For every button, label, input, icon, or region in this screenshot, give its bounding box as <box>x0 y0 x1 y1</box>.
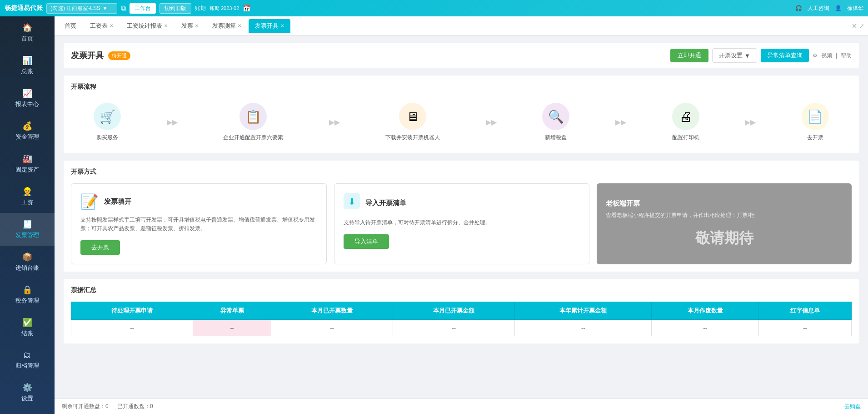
process-step-printer[interactable]: 🖨 配置打印机 <box>672 103 699 141</box>
content-area: 首页 工资表 ✕ 工资统计报表 ✕ 发票 ✕ 发票测算 ✕ 发票开具 ✕ <box>55 16 868 414</box>
assets-icon: 🏭 <box>22 154 32 164</box>
process-section-title: 开票流程 <box>71 83 852 91</box>
page-header-left: 发票开具 待开通 <box>71 50 130 61</box>
page-title: 发票开具 <box>71 50 104 61</box>
page-header: 发票开具 待开通 立即开通 开票设置 ▼ 异常清单查询 ⚙ 视频 | 帮助 <box>64 43 859 68</box>
close-tab-invoice-issue[interactable]: ✕ <box>280 23 284 28</box>
sidebar-item-tax[interactable]: 🔒 税务管理 <box>0 278 55 311</box>
user-name: 徐泽华 <box>847 5 863 12</box>
sidebar-item-in-out[interactable]: 📦 进销台账 <box>0 246 55 278</box>
sidebar-item-settings[interactable]: ⚙️ 设置 <box>0 376 55 409</box>
dropdown-icon: ▼ <box>102 5 108 11</box>
arrow-1: ▶▶ <box>167 118 178 126</box>
tab-bar: 首页 工资表 ✕ 工资统计报表 ✕ 发票 ✕ 发票测算 ✕ 发票开具 ✕ <box>55 16 868 35</box>
report-icon: 📈 <box>22 88 32 98</box>
archive-icon: 🗂 <box>23 350 31 360</box>
resize-icon[interactable]: ⤢ <box>859 22 864 30</box>
process-step-download[interactable]: 🖥 下载并安装开票机器人 <box>385 103 440 141</box>
help-icon: | <box>836 52 837 59</box>
customer-service-label[interactable]: 人工咨询 <box>808 5 829 12</box>
company-name: (勾选) 江西服室-LSS <box>50 5 100 12</box>
status-badge: 待开通 <box>108 51 130 60</box>
sidebar-item-archive[interactable]: 🗂 归档管理 <box>0 344 55 376</box>
open-settings-label: 开票设置 <box>719 51 743 60</box>
copy-icon[interactable]: ⧉ <box>121 4 126 12</box>
tab-home[interactable]: 首页 <box>58 19 83 33</box>
sidebar: 🏠 首页 📊 总账 📈 报表中心 💰 资金管理 🏭 固定资产 👷 工资 🧾 发票… <box>0 16 55 414</box>
sidebar-item-reports[interactable]: 📈 报表中心 <box>0 82 55 115</box>
payroll-icon: 👷 <box>22 187 32 197</box>
tab-payroll-label: 工资表 <box>90 22 108 30</box>
process-step-taxbox[interactable]: 🔍 新增税盘 <box>542 103 569 141</box>
process-step-issue[interactable]: 📄 去开票 <box>802 103 829 141</box>
immediate-open-button[interactable]: 立即开通 <box>670 49 708 62</box>
switch-old-button[interactable]: 切到旧版 <box>160 3 191 14</box>
val-red-info: -- <box>759 320 852 336</box>
summary-section-title: 票据汇总 <box>71 286 852 294</box>
video-label: 视频 <box>821 52 832 60</box>
user-avatar-icon: 👤 <box>835 5 842 11</box>
import-list-header: ⬇ 导入开票清单 <box>344 193 580 213</box>
old-platform-title: 老板端开票 <box>606 199 640 208</box>
period-label: 账期 <box>195 5 206 12</box>
close-tab-invoice[interactable]: ✕ <box>195 23 199 28</box>
process-step-enterprise[interactable]: 📋 企业开通配置开票六要素 <box>223 103 283 141</box>
import-list-icon: ⬇ <box>344 193 360 213</box>
arrow-5: ▶▶ <box>745 118 756 126</box>
arrow-4: ▶▶ <box>615 118 626 126</box>
close-tab-payroll[interactable]: ✕ <box>110 23 113 28</box>
dropdown-arrow-icon: ▼ <box>744 52 750 59</box>
tab-invoice-calc[interactable]: 发票测算 ✕ <box>206 19 248 33</box>
summary-data-row: -- -- -- -- -- -- -- <box>71 320 852 336</box>
help-label: 帮助 <box>841 52 852 60</box>
sidebar-label-assets: 固定资产 <box>15 166 39 174</box>
open-settings-button[interactable]: 开票设置 ▼ <box>712 48 757 63</box>
method-section-title: 开票方式 <box>71 168 852 176</box>
tab-invoice-label: 发票 <box>181 22 193 30</box>
close-tab-invoice-calc[interactable]: ✕ <box>238 23 241 28</box>
process-section: 开票流程 🛒 购买服务 ▶▶ 📋 企业开通配置开票六要素 <box>64 76 859 153</box>
import-list-button[interactable]: 导入清单 <box>344 234 389 249</box>
buy-disk-link[interactable]: 去购盘 <box>844 403 861 410</box>
calendar-icon[interactable]: 📅 <box>243 5 250 12</box>
home-icon: 🏠 <box>22 23 32 33</box>
tab-payroll-report[interactable]: 工资统计报表 ✕ <box>120 19 174 33</box>
method-section: 开票方式 📝 发票填开 支持按照发票样式手工填写开发票；可开具增值税电子普通发票… <box>64 161 859 272</box>
buy-service-icon: 🛒 <box>94 103 121 130</box>
abnormal-query-button[interactable]: 异常清单查询 <box>761 49 809 62</box>
process-step-buy[interactable]: 🛒 购买服务 <box>94 103 121 141</box>
sidebar-item-invoice-mgmt[interactable]: 🧾 发票管理 <box>0 213 55 246</box>
summary-section: 票据汇总 待处理开票申请 异常单票 本月已开票数量 本月已开票金额 本年累计开票… <box>64 279 859 343</box>
tab-invoice-issue[interactable]: 发票开具 ✕ <box>249 19 290 33</box>
tab-invoice[interactable]: 发票 ✕ <box>175 19 205 33</box>
workbench-button[interactable]: 工作台 <box>130 3 156 14</box>
sidebar-item-general-ledger[interactable]: 📊 总账 <box>0 49 55 82</box>
tab-payroll-report-label: 工资统计报表 <box>127 22 162 30</box>
sidebar-item-settlement[interactable]: ✅ 结账 <box>0 311 55 344</box>
sidebar-item-payroll[interactable]: 👷 工资 <box>0 180 55 213</box>
sidebar-item-assets[interactable]: 🏭 固定资产 <box>0 147 55 180</box>
top-bar-left: 畅捷通易代账 (勾选) 江西服室-LSS ▼ ⧉ 工作台 切到旧版 账期 账期 … <box>5 3 250 14</box>
close-window-icon[interactable]: ✕ <box>852 22 857 30</box>
manual-fill-icon: 📝 <box>80 193 99 210</box>
sidebar-label-home: 首页 <box>21 35 33 43</box>
val-year-amount: -- <box>515 320 652 336</box>
import-list-title: 导入开票清单 <box>365 199 406 207</box>
go-issue-button[interactable]: 去开票 <box>80 240 120 255</box>
sidebar-item-home[interactable]: 🏠 首页 <box>0 16 55 49</box>
col-year-amount: 本年累计开票金额 <box>515 302 652 320</box>
opened-disk-label: 已开通数盘：0 <box>117 403 153 409</box>
settings-circle-icon[interactable]: ⚙ <box>813 52 818 59</box>
bottom-bar: 剩余可开通数盘：0 已开通数盘：0 去购盘 <box>55 399 868 414</box>
sidebar-item-funds[interactable]: 💰 资金管理 <box>0 115 55 147</box>
tab-payroll[interactable]: 工资表 ✕ <box>84 19 120 33</box>
sidebar-item-guide[interactable]: 🆕 新手引导 <box>0 409 55 414</box>
close-tab-payroll-report[interactable]: ✕ <box>164 23 168 28</box>
page-header-right: 立即开通 开票设置 ▼ 异常清单查询 ⚙ 视频 | 帮助 <box>670 48 852 63</box>
download-robot-label: 下载并安装开票机器人 <box>385 134 440 141</box>
printer-label: 配置打印机 <box>672 134 699 141</box>
top-bar-right: 🎧 人工咨询 👤 徐泽华 <box>795 5 863 12</box>
sidebar-label-archive: 归档管理 <box>15 362 39 370</box>
remain-disk-label: 剩余可开通数盘：0 <box>62 403 109 409</box>
company-selector[interactable]: (勾选) 江西服室-LSS ▼ <box>46 3 117 14</box>
